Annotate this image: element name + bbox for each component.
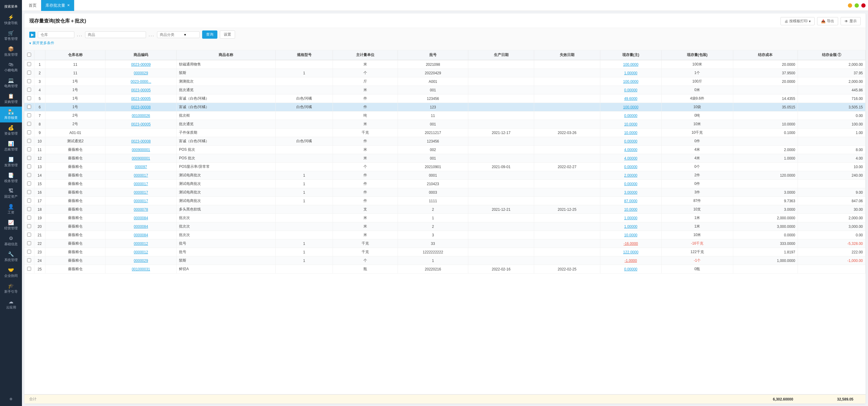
export-button[interactable]: 📤 导出 [817,17,838,25]
row-checkbox[interactable] [27,88,31,92]
sidebar-item-purchase[interactable]: 📋 采购管理 [0,91,22,107]
row-checkbox[interactable] [27,165,31,168]
sidebar-item-tax[interactable]: 📑 税务管理 [0,170,22,186]
sidebar-item-wholesale[interactable]: 📦 批发管理 [0,43,22,59]
cell-0[interactable] [24,163,34,171]
cell-2: 1号 [45,77,105,86]
row-checkbox[interactable] [27,207,31,211]
cell-0[interactable] [24,60,34,69]
tab-home[interactable]: 首页 [24,0,41,11]
row-checkbox[interactable] [27,241,31,245]
cell-0[interactable] [24,197,34,205]
close-btn[interactable] [861,3,866,8]
row-checkbox[interactable] [27,156,31,160]
row-checkbox[interactable] [27,130,31,134]
maximize-btn[interactable] [855,3,859,8]
select-all-checkbox[interactable] [27,53,31,57]
cell-0[interactable] [24,180,34,188]
cell-0[interactable] [24,154,34,163]
sidebar-logo[interactable]: 搜索菜单 [3,2,19,11]
cell-0[interactable] [24,257,34,265]
category-input[interactable] [160,33,184,37]
minimize-btn[interactable] [848,3,852,8]
expand-filter-icon[interactable]: ▶ [29,32,35,38]
sidebar-item-small-ecom[interactable]: 🛍 小糖电商 [0,59,22,75]
row-checkbox[interactable] [27,199,31,203]
cell-0[interactable] [24,137,34,145]
cell-0[interactable] [24,214,34,222]
cell-0[interactable] [24,231,34,239]
goods-input[interactable] [88,33,112,37]
warehouse-input[interactable] [40,33,65,37]
row-checkbox[interactable] [27,224,31,228]
cell-0[interactable] [24,188,34,197]
table-wrap[interactable]: 仓库名称 商品编码 商品名称 规格型号 主计量单位 批号 生产日期 失效日期 现… [24,50,866,394]
sidebar-item-collab[interactable]: 🤝 企业协同 [0,265,22,280]
row-checkbox[interactable] [27,173,31,177]
cell-0[interactable] [24,171,34,180]
row-checkbox[interactable] [27,79,31,83]
category-filter[interactable]: ▾ [157,31,200,38]
cell-0[interactable] [24,145,34,154]
cell-0[interactable] [24,69,34,77]
row-checkbox[interactable] [27,113,31,117]
row-checkbox[interactable] [27,216,31,219]
search-button[interactable]: 查询 [202,30,217,39]
cell-4: 批次框 [177,111,276,120]
cell-5 [275,129,333,137]
cell-0[interactable] [24,248,34,257]
tab-close-icon[interactable]: ✕ [67,3,70,7]
tab-inventory-batch[interactable]: 库存批次量 ✕ [41,0,74,11]
settings-button[interactable]: 设置 [220,30,235,39]
cell-0[interactable] [24,239,34,248]
row-checkbox[interactable] [27,181,31,185]
category-dropdown-icon[interactable]: ▾ [184,33,186,37]
row-checkbox[interactable] [27,190,31,194]
cell-0[interactable] [24,94,34,103]
sidebar-item-cloud[interactable]: ☁ 云应用 [0,296,22,312]
settings-item[interactable]: ⚙ [0,395,22,404]
row-checkbox[interactable] [27,122,31,126]
sidebar-item-newbie[interactable]: 🎓 新手引导 [0,280,22,296]
row-checkbox[interactable] [27,250,31,254]
sidebar-item-asset[interactable]: 💰 资金管理 [0,123,22,138]
cell-0[interactable] [24,265,34,273]
cell-0[interactable] [24,77,34,86]
goods-filter[interactable] [85,31,146,38]
sidebar-item-invoice[interactable]: 🧾 发票管理 [0,154,22,170]
col-name: 商品名称 [177,50,276,60]
cell-0[interactable] [24,111,34,120]
sidebar-item-general[interactable]: 📊 总账管理 [0,138,22,154]
sidebar-item-hr[interactable]: 👤 工资 [0,201,22,217]
row-checkbox[interactable] [27,267,31,271]
cell-7: 1 [398,214,468,222]
sidebar-item-basic[interactable]: ⚙ 基础信息 [0,233,22,249]
cell-0[interactable] [24,205,34,214]
sidebar-item-quick-nav[interactable]: ⚡ 快捷导航 [0,12,22,28]
table-row: 31号0023-0000...测测批次斤A001100.0000100斤20.0… [24,77,866,86]
sidebar-item-fixed-asset[interactable]: 🏗 固定资产 [0,186,22,201]
sidebar-item-ecom[interactable]: 💻 电商管理 [0,75,22,91]
row-checkbox[interactable] [27,62,31,66]
sidebar-item-inventory[interactable]: 🏪 库存核查 [0,107,22,123]
row-checkbox[interactable] [27,71,31,75]
sidebar-item-sys[interactable]: 🔧 系统管理 [0,249,22,265]
display-button[interactable]: 👁 显示 [841,17,861,25]
row-checkbox[interactable] [27,105,31,109]
warehouse-filter[interactable] [38,31,74,38]
cell-0[interactable] [24,120,34,129]
cell-0[interactable] [24,129,34,137]
cell-0[interactable] [24,86,34,94]
sidebar-item-retail[interactable]: 🛒 零售管理 [0,28,22,43]
row-checkbox[interactable] [27,96,31,100]
row-checkbox[interactable] [27,233,31,237]
row-checkbox[interactable] [27,147,31,151]
cell-5 [275,86,333,94]
cell-0[interactable] [24,222,34,231]
expand-more-button[interactable]: ▾ 展开更多条件 [29,40,54,46]
row-checkbox[interactable] [27,139,31,143]
sidebar-item-ops[interactable]: 📈 经营管理 [0,217,22,233]
row-checkbox[interactable] [27,258,31,262]
print-button[interactable]: 🖨 按模板打印 ▾ [780,17,815,25]
cell-0[interactable] [24,103,34,111]
